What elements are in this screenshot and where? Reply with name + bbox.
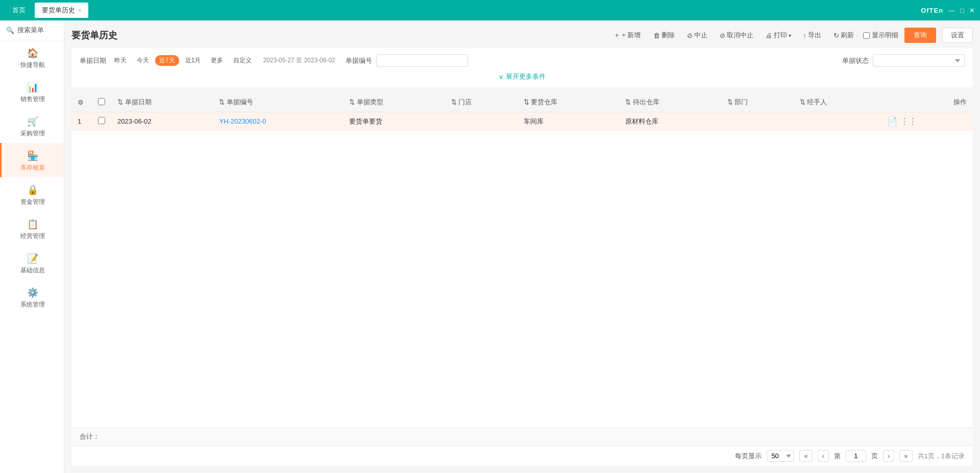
sidebar-item-shortcut[interactable]: 🏠 快捷导航 [0,40,64,75]
next-page-button[interactable]: › [883,450,894,462]
go-label: 第 [834,452,841,461]
sidebar-item-inventory[interactable]: 🏪 库存核算 [0,143,64,177]
cancel-stop-button[interactable]: ⊘ 取消中止 [717,29,756,42]
per-page-select[interactable]: 50 20 100 [767,450,794,462]
query-button[interactable]: 查询 [904,28,936,43]
page-input[interactable] [846,450,866,462]
new-label: + 新增 [622,31,641,40]
th-pending-warehouse[interactable]: ⇅ 待出仓库 [619,92,721,112]
refresh-label: 刷新 [841,31,854,40]
last-page-button[interactable]: » [899,450,912,462]
td-index: 1 [71,112,92,131]
td-req-warehouse: 车间库 [518,112,619,131]
sidebar-item-system[interactable]: ⚙️ 系统管理 [0,280,64,314]
tab-requisition-history-label: 要货单历史 [42,6,75,15]
date-pill-1month[interactable]: 近1月 [181,55,205,66]
th-number[interactable]: ⇅ 单据编号 [213,92,343,112]
sidebar-item-purchase[interactable]: 🛒 采购管理 [0,109,64,143]
export-button[interactable]: ↑ 导出 [800,29,825,42]
th-checkbox [92,92,111,112]
sidebar-item-finance[interactable]: 🔒 资金管理 [0,177,64,211]
stop-button[interactable]: ⊘ 中止 [684,29,710,42]
expand-more-button[interactable]: ∨ 展开更多条件 [499,72,546,81]
date-pill-yesterday[interactable]: 昨天 [110,55,131,66]
cancel-stop-icon: ⊘ [720,32,725,39]
th-pending-warehouse-label: 待出仓库 [633,98,659,106]
th-department[interactable]: ⇅ 部门 [721,92,794,112]
th-store[interactable]: ⇅ 门店 [445,92,518,112]
page-header: 要货单历史 ＋ + 新增 🗑 删除 ⊘ 中止 ⊘ 取消中止 [71,28,973,43]
more-icon[interactable]: ⋮⋮ [900,116,917,126]
tab-close-icon[interactable]: × [78,7,81,13]
date-pill-7days[interactable]: 近7天 [155,55,179,66]
expand-icon: ∨ [499,73,504,81]
doc-number-input[interactable] [376,54,468,67]
th-date[interactable]: ⇅ 单据日期 [111,92,213,112]
settings-button[interactable]: 设置 [942,28,973,43]
tab-home[interactable]: 首页 [5,3,33,18]
stop-icon: ⊘ [687,32,693,39]
date-pill-more[interactable]: 更多 [207,55,227,66]
tab-requisition-history[interactable]: 要货单历史 × [35,3,88,18]
window-controls: OfTEn — □ ✕ [921,7,975,14]
page-title: 要货单历史 [71,29,117,41]
page-label: 页 [871,452,878,461]
pagination-bar: 每页显示 50 20 100 « ‹ 第 页 › » 共1页，1条记录 [71,445,973,466]
print-button[interactable]: 🖨 打印 ▾ [763,29,794,42]
td-checkbox [92,112,111,131]
expand-label: 展开更多条件 [506,72,546,81]
select-all-checkbox[interactable] [98,98,105,105]
content-area: 要货单历史 ＋ + 新增 🗑 删除 ⊘ 中止 ⊘ 取消中止 [64,20,980,473]
sidebar-search[interactable]: 🔍 搜索菜单 [0,20,64,40]
th-number-label: 单据编号 [227,98,253,106]
print-chevron-icon: ▾ [789,33,791,38]
shortcut-icon: 🏠 [27,48,38,59]
search-icon: 🔍 [6,27,14,34]
sum-row: 合计： [71,428,973,445]
sidebar-item-sales[interactable]: 📊 销售管理 [0,75,64,109]
filter-area: 单据日期 昨天 今天 近7天 近1月 更多 自定义 2023-05-27 至 2… [71,48,973,87]
display-detail-checkbox[interactable] [863,32,870,39]
refresh-button[interactable]: ↻ 刷新 [830,29,857,42]
first-page-button[interactable]: « [799,450,812,462]
expand-row: ∨ 展开更多条件 [80,72,965,81]
prev-page-button[interactable]: ‹ [818,450,829,462]
date-pill-custom[interactable]: 自定义 [229,55,256,66]
delete-icon: 🗑 [653,32,660,39]
minimize-button[interactable]: — [948,7,955,14]
date-range-display: 2023-05-27 至 2023-06-02 [263,56,335,65]
sidebar-search-label: 搜索菜单 [17,26,44,35]
sales-icon: 📊 [27,82,38,93]
th-req-warehouse[interactable]: ⇅ 要货仓库 [518,92,619,112]
th-type[interactable]: ⇅ 单据类型 [343,92,445,112]
th-settings[interactable]: ⚙ [71,92,92,112]
maximize-button[interactable]: □ [960,7,964,14]
th-action-label: 操作 [953,98,967,106]
refresh-icon: ↻ [834,32,839,39]
sum-label: 合计： [80,433,100,440]
date-pill-today[interactable]: 今天 [133,55,153,66]
delete-button[interactable]: 🗑 删除 [650,29,678,42]
close-button[interactable]: ✕ [969,7,975,14]
th-action: 操作 [881,92,973,112]
th-store-label: 门店 [458,98,472,106]
sidebar: 🔍 搜索菜单 🏠 快捷导航 📊 销售管理 🛒 采购管理 🏪 库存核算 🔒 资金管… [0,20,64,473]
th-handler[interactable]: ⇅ 经手人 [794,92,881,112]
td-store [445,112,518,131]
basic-icon: 📝 [27,253,38,264]
action-icons: 📄 ⋮⋮ [887,116,967,126]
doc-status-select[interactable] [873,54,965,67]
sidebar-item-operations[interactable]: 📋 经营管理 [0,211,64,246]
doc-number-link[interactable]: YH-20230602-0 [219,117,266,125]
new-button[interactable]: ＋ + 新增 [610,29,644,42]
doc-number-label: 单据编号 [346,56,372,65]
doc-status-label: 单据状态 [842,56,869,65]
th-date-label: 单据日期 [125,98,152,106]
table-container: ⚙ ⇅ 单据日期 ⇅ 单据编号 ⇅ 单据类型 [71,92,973,428]
sidebar-item-basic[interactable]: 📝 基础信息 [0,246,64,280]
cancel-stop-label: 取消中止 [727,31,753,40]
operations-icon: 📋 [27,219,38,230]
edit-icon[interactable]: 📄 [887,116,897,126]
display-detail-toggle[interactable]: 显示明细 [863,31,898,40]
row-checkbox[interactable] [98,117,105,124]
